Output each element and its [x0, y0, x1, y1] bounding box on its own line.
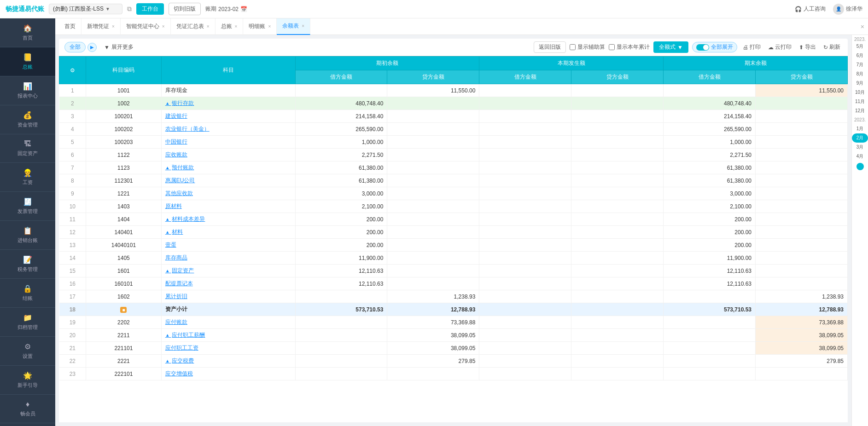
account-name[interactable]: 应交增值税: [161, 368, 295, 380]
account-name[interactable]: ▲ 材料: [161, 226, 295, 239]
timeline-dot[interactable]: [856, 163, 864, 170]
account-name[interactable]: 应收账款: [161, 149, 295, 161]
timeline-month-7[interactable]: 7月: [852, 60, 868, 69]
amount-cell: 214,158.40: [295, 110, 387, 123]
account-name[interactable]: 其他应收款: [161, 187, 295, 200]
sidebar-item-home[interactable]: 🏠 首页: [0, 18, 55, 47]
return-old-button[interactable]: 返回旧版: [534, 41, 566, 53]
expand-arrow-icon[interactable]: ▲: [165, 333, 171, 338]
amount-cell: [295, 342, 387, 355]
timeline-month-1[interactable]: 1月: [852, 124, 868, 133]
sidebar-item-payroll[interactable]: 👷 工资: [0, 163, 55, 192]
sidebar-item-closing[interactable]: 🔒 结账: [0, 279, 55, 308]
expand-arrow-icon[interactable]: ▲: [165, 165, 171, 170]
table-row: 11001库存现金11,550.0011,550.00: [59, 84, 848, 97]
close-icon[interactable]: ×: [112, 24, 115, 29]
expand-arrow-icon[interactable]: ▲: [165, 101, 171, 106]
show-ytd-checkbox[interactable]: 显示本年累计: [609, 43, 650, 51]
user-profile[interactable]: 👤 徐泽华: [833, 4, 862, 15]
sidebar-item-fixed-assets[interactable]: 🏗 固定资产: [0, 134, 55, 163]
timeline-month-9[interactable]: 9月: [852, 79, 868, 88]
unpin-button[interactable]: ◀◀ 取消固定: [0, 423, 55, 426]
sidebar-item-tax[interactable]: 📝 税务管理: [0, 250, 55, 279]
account-name[interactable]: ▲ 银行存款: [161, 97, 295, 110]
tab-home[interactable]: 首页: [59, 18, 82, 35]
name-col-header: 科目: [161, 57, 295, 84]
tab-new-voucher[interactable]: 新增凭证 ×: [82, 18, 121, 35]
account-name[interactable]: 惠属EU公司: [161, 174, 295, 187]
sidebar-item-archive[interactable]: 📁 归档管理: [0, 308, 55, 337]
timeline-month-6[interactable]: 6月: [852, 51, 868, 60]
timeline-month-3[interactable]: 3月: [852, 143, 868, 152]
close-all-tabs-button[interactable]: ×: [861, 23, 864, 30]
cloud-print-button[interactable]: ☁ 云打印: [766, 42, 793, 52]
account-name[interactable]: 配提票记本: [161, 277, 295, 290]
timeline-month-12[interactable]: 12月: [852, 106, 868, 115]
account-code: 1404: [86, 213, 162, 226]
amount-cell: 200.00: [295, 213, 387, 226]
amount-cell: [387, 136, 479, 149]
close-icon[interactable]: ×: [162, 24, 165, 29]
account-name[interactable]: ▲ 预付账款: [161, 161, 295, 174]
account-name[interactable]: 应付账款: [161, 316, 295, 329]
close-icon[interactable]: ×: [302, 23, 304, 29]
sidebar-item-member[interactable]: ♦ 畅会员: [0, 395, 55, 423]
filter-all-button[interactable]: 全部: [64, 42, 86, 52]
full-format-button[interactable]: 全额式 ▼: [653, 41, 688, 53]
company-selector[interactable]: (勿删) 江西股圣-LSS ▼: [49, 4, 122, 14]
account-name[interactable]: 原材料: [161, 200, 295, 213]
refresh-button[interactable]: ↻ 刷新: [821, 42, 842, 52]
sidebar-item-ledger[interactable]: 📒 总账: [0, 47, 55, 76]
export-button[interactable]: ⬆ 导出: [797, 42, 818, 52]
show-auxiliary-checkbox[interactable]: 显示辅助算: [570, 43, 605, 51]
account-name[interactable]: 累计折旧: [161, 290, 295, 303]
account-name[interactable]: 建设银行: [161, 110, 295, 123]
expand-arrow-icon[interactable]: ▲: [165, 217, 171, 222]
table-row: 71123▲ 预付账款61,380.0061,380.00: [59, 161, 848, 174]
tab-ledger[interactable]: 总账 ×: [216, 18, 244, 35]
sidebar-item-purchase-sales[interactable]: 📋 进销台账: [0, 221, 55, 250]
timeline-month-11[interactable]: 11月: [852, 97, 868, 106]
account-name[interactable]: 中国银行: [161, 136, 295, 149]
expand-arrow-icon[interactable]: ▲: [165, 358, 171, 363]
switch-old-button[interactable]: 切到旧版: [169, 3, 201, 15]
account-name[interactable]: 壹蛋: [161, 239, 295, 252]
sidebar-item-capital[interactable]: 💰 资金管理: [0, 105, 55, 134]
account-name[interactable]: ▲ 应付职工薪酬: [161, 329, 295, 342]
timeline-month-10[interactable]: 10月: [852, 88, 868, 97]
timeline-month-4[interactable]: 4月: [852, 152, 868, 161]
tab-detail-account[interactable]: 明细账 ×: [243, 18, 277, 35]
account-name[interactable]: 应付职工工资: [161, 342, 295, 355]
calendar-icon[interactable]: 📅: [240, 6, 247, 12]
timeline-month-8[interactable]: 8月: [852, 69, 868, 79]
sidebar-item-guide[interactable]: 🌟 新手引导: [0, 366, 55, 395]
gear-col-header[interactable]: ⚙: [59, 57, 86, 84]
timeline-month-5[interactable]: 5月: [852, 42, 868, 51]
timeline-month-2[interactable]: 2月: [852, 133, 868, 143]
workbench-button[interactable]: 工作台: [136, 3, 164, 15]
close-icon[interactable]: ×: [268, 24, 271, 29]
tab-voucher-summary[interactable]: 凭证汇总表 ×: [171, 18, 216, 35]
expand-all-toggle[interactable]: 全部展开: [692, 42, 737, 52]
amount-cell: 279.85: [387, 355, 479, 368]
account-name[interactable]: ▲ 应交税费: [161, 355, 295, 368]
account-name[interactable]: 农业银行（美金）: [161, 123, 295, 136]
account-code: 100201: [86, 110, 162, 123]
print-button[interactable]: 🖨 打印: [741, 42, 763, 52]
account-name[interactable]: 库存商品: [161, 252, 295, 265]
copy-icon[interactable]: ⧉: [127, 5, 132, 13]
account-name[interactable]: ▲ 固定资产: [161, 265, 295, 277]
consult-button[interactable]: 🎧 人工咨询: [795, 5, 826, 13]
expand-more-button[interactable]: ▼ 展开更多: [100, 42, 137, 52]
sidebar-item-report[interactable]: 📊 报表中心: [0, 76, 55, 105]
tab-smart-verify[interactable]: 智能凭证中心 ×: [121, 18, 171, 35]
account-name[interactable]: ▲ 材料成本差异: [161, 213, 295, 226]
sidebar-item-invoice[interactable]: 🧾 发票管理: [0, 192, 55, 221]
close-icon[interactable]: ×: [207, 24, 210, 29]
filter-arrow-button[interactable]: ▶: [87, 43, 97, 52]
close-icon[interactable]: ×: [235, 24, 238, 29]
expand-arrow-icon[interactable]: ▲: [165, 268, 171, 273]
tab-balance-sheet[interactable]: 余额表 ×: [277, 18, 310, 35]
sidebar-item-settings[interactable]: ⚙ 设置: [0, 337, 55, 366]
expand-arrow-icon[interactable]: ▲: [165, 230, 171, 235]
